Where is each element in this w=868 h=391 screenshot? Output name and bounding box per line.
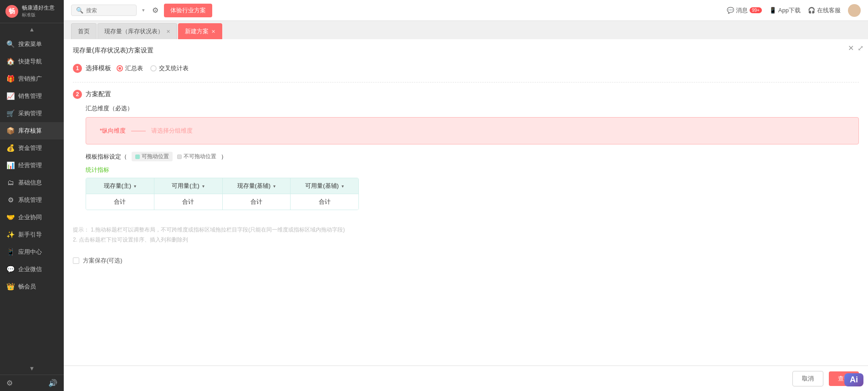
content-area: ✕ ⤢ 现存量(库存状况表)方案设置 1 选择模板 汇总表	[64, 39, 868, 365]
sidebar-scroll-up[interactable]: ▲	[0, 23, 64, 36]
radio-summary[interactable]: 汇总表	[117, 64, 143, 72]
metrics-suffix: ）	[221, 153, 227, 161]
metrics-label-row: 模板指标设定（ 可拖动位置 不可拖动位置 ）	[86, 152, 859, 161]
stats-col3-header[interactable]: 现存量(基辅) ▾	[223, 178, 291, 194]
stats-col3-body: 合计	[223, 194, 291, 210]
sidebar-item-new-guide[interactable]: ✨ 新手引导	[0, 226, 64, 243]
headset-icon: 🎧	[808, 7, 815, 14]
tip-line1: 提示： 1.拖动标题栏可以调整布局，不可跨维度或指标区域拖拉栏目字段(只能在同一…	[73, 225, 859, 235]
col3-chevron[interactable]: ▾	[273, 184, 276, 189]
radio-cross[interactable]: 交叉统计表	[150, 64, 189, 72]
sidebar-item-label: 资金管理	[18, 144, 42, 152]
non-draggable-text: 不可拖动位置	[184, 153, 216, 160]
tip-line2: 2. 点击标题栏下拉可设置排序、插入列和删除列	[73, 235, 859, 245]
topbar-gear-icon[interactable]: ⚙	[152, 6, 158, 15]
sidebar-item-quick-nav[interactable]: 🏠 快捷导航	[0, 53, 64, 70]
sidebar-item-purchase[interactable]: 🛒 采购管理	[0, 105, 64, 122]
topbar-right: 💬 消息 99+ 📱 App下载 🎧 在线客服	[727, 4, 861, 17]
radio-cross-label: 交叉统计表	[159, 64, 189, 72]
stats-header-row: 现存量(主) ▾ 可用量(主) ▾ 现存量(基辅) ▾	[86, 178, 358, 194]
tab-inventory-status-close[interactable]: ✕	[166, 29, 170, 35]
stats-col1-body: 合计	[86, 194, 154, 210]
col4-label: 可用量(基辅)	[305, 182, 339, 190]
dimension-row: *纵向维度 —— 请选择分组维度	[86, 117, 859, 144]
sidebar-item-label: 企业微信	[18, 265, 42, 273]
dimension-placeholder: 请选择分组维度	[151, 127, 193, 135]
sidebar-item-label: 新手引导	[18, 231, 42, 239]
cooperation-icon: 🤝	[6, 213, 15, 221]
stats-col2-header[interactable]: 可用量(主) ▾	[154, 178, 223, 194]
sidebar-item-marketing[interactable]: 🎁 营销推广	[0, 70, 64, 87]
sidebar-item-label: 畅会员	[18, 283, 36, 291]
dimension-dash: ——	[131, 127, 146, 135]
sidebar-item-label: 采购管理	[18, 109, 42, 118]
app-download-btn[interactable]: 📱 App下载	[769, 6, 801, 15]
page-title: 现存量(库存状况表)方案设置	[73, 46, 859, 55]
sidebar-item-label: 销售管理	[18, 92, 42, 100]
panel-expand-btn[interactable]: ⤢	[858, 44, 863, 52]
tips-section: 提示： 1.拖动标题栏可以调整布局，不可跨维度或指标区域拖拉栏目字段(只能在同一…	[73, 221, 859, 249]
inventory-icon: 📦	[6, 127, 15, 135]
tab-home[interactable]: 首页	[71, 23, 97, 39]
purchase-icon: 🛒	[6, 109, 15, 118]
tab-new-plan[interactable]: 新建方案 ✕	[178, 23, 222, 39]
settings-icon[interactable]: ⚙	[6, 379, 13, 387]
topbar-chevron-icon[interactable]: ▾	[142, 7, 145, 13]
user-avatar[interactable]	[848, 4, 861, 17]
col2-chevron[interactable]: ▾	[202, 184, 204, 189]
sidebar-item-wechat[interactable]: 💬 企业微信	[0, 261, 64, 278]
sidebar-item-finance[interactable]: 💰 资金管理	[0, 139, 64, 157]
messages-label: 消息	[736, 6, 748, 15]
section1-title: 选择模板	[86, 64, 111, 72]
summary-dimension-label: 汇总维度（必选）	[86, 104, 859, 113]
tabbar: 首页 现存量（库存状况表） ✕ 新建方案 ✕	[64, 21, 868, 39]
operations-icon: 📊	[6, 161, 15, 170]
topbar-search-box[interactable]: 🔍	[71, 5, 137, 16]
ai-badge[interactable]: Ai	[844, 373, 863, 386]
online-service-btn[interactable]: 🎧 在线客服	[808, 6, 841, 15]
messages-badge: 99+	[750, 7, 762, 13]
sidebar: 畅 畅康通好生意 标准版 ▲ 🔍 搜索菜单 🏠 快捷导航 🎁 营销推广 📈 销售…	[0, 0, 64, 391]
panel-close-btn[interactable]: ✕	[848, 44, 854, 52]
section2: 2 方案配置 汇总维度（必选） *纵向维度 —— 请选择分组维度 模板指标设定（	[73, 90, 859, 211]
col4-chevron[interactable]: ▾	[342, 184, 344, 189]
sidebar-item-sales[interactable]: 📈 销售管理	[0, 87, 64, 105]
sidebar-item-membership[interactable]: 👑 畅会员	[0, 278, 64, 295]
app-logo-icon: 畅	[5, 5, 18, 18]
search-input[interactable]	[86, 7, 132, 14]
sidebar-item-inventory[interactable]: 📦 库存核算	[0, 122, 64, 139]
section2-header: 2 方案配置	[73, 90, 859, 99]
sidebar-item-basic-info[interactable]: 🗂 基础信息	[0, 174, 64, 191]
col2-label: 可用量(主)	[172, 182, 199, 190]
tab-inventory-status[interactable]: 现存量（库存状况表） ✕	[97, 23, 177, 39]
sidebar-item-system[interactable]: ⚙ 系统管理	[0, 191, 64, 209]
messages-btn[interactable]: 💬 消息 99+	[727, 6, 762, 15]
col1-chevron[interactable]: ▾	[134, 184, 136, 189]
stats-section-label: 统计指标	[86, 166, 859, 174]
sidebar-item-cooperation[interactable]: 🤝 企业协同	[0, 209, 64, 226]
industry-btn[interactable]: 体验行业方案	[164, 4, 212, 17]
radio-cross-dot	[150, 65, 157, 72]
stats-col1-header[interactable]: 现存量(主) ▾	[86, 178, 154, 194]
sidebar-item-label: 系统管理	[18, 196, 42, 204]
tab-new-plan-close[interactable]: ✕	[211, 29, 215, 35]
save-checkbox[interactable]	[73, 257, 79, 264]
template-options: 汇总表 交叉统计表	[117, 64, 189, 72]
sidebar-item-app-center[interactable]: 📱 应用中心	[0, 243, 64, 261]
radio-summary-label: 汇总表	[125, 64, 143, 72]
app-edition: 标准版	[22, 12, 55, 18]
audio-icon[interactable]: 🔊	[48, 379, 57, 387]
sidebar-item-operations[interactable]: 📊 经营管理	[0, 157, 64, 174]
quick-nav-icon: 🏠	[6, 57, 15, 66]
stats-col2-body: 合计	[154, 194, 223, 210]
cancel-button[interactable]: 取消	[792, 371, 823, 386]
topbar: 🔍 ▾ ⚙ 体验行业方案 💬 消息 99+ 📱 App下载 🎧 在线客服	[64, 0, 868, 21]
main-area: 🔍 ▾ ⚙ 体验行业方案 💬 消息 99+ 📱 App下载 🎧 在线客服	[64, 0, 868, 391]
tab-home-label: 首页	[78, 27, 90, 36]
sidebar-scroll-down[interactable]: ▼	[0, 362, 64, 375]
basic-info-icon: 🗂	[6, 179, 15, 187]
new-guide-icon: ✨	[6, 231, 15, 239]
stats-col4-header[interactable]: 可用量(基辅) ▾	[291, 178, 358, 194]
panel-controls: ✕ ⤢	[848, 44, 863, 52]
sidebar-item-search-menu[interactable]: 🔍 搜索菜单	[0, 36, 64, 53]
